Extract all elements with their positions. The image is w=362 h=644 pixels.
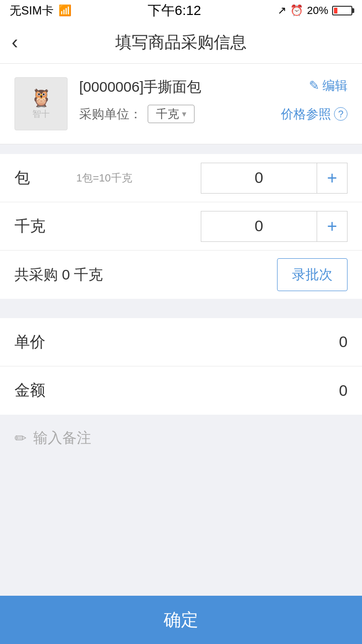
purchase-unit: 采购单位： 千克 ▾ [79,105,195,123]
product-info: [0000006]手撕面包 ✎ 编辑 采购单位： 千克 ▾ 价格参照 ? [79,77,348,123]
sim-text: 无SIM卡 [10,3,54,18]
package-sub-label: 1包=10千克 [76,171,201,185]
product-meta: 采购单位： 千克 ▾ 价格参照 ? [79,105,348,123]
summary-row: 共采购 0 千克 录批次 [0,251,362,299]
purchase-unit-label: 采购单位： [79,106,142,123]
unit-selector[interactable]: 千克 ▾ [148,105,195,123]
edit-button[interactable]: ✎ 编辑 [309,77,348,94]
edit-icon: ✎ [309,78,320,93]
amount-label: 金额 [14,380,45,401]
unit-dropdown-icon: ▾ [182,109,186,119]
brand-text: 智十 [32,108,50,120]
battery-percent: 20% [307,4,328,17]
amount-value: 0 [339,382,348,400]
status-time: 下午6:12 [148,1,201,20]
kilogram-input-control: + [201,211,348,242]
confirm-button[interactable]: 确定 [0,596,362,644]
pencil-icon: ✏ [14,430,27,447]
note-placeholder: 输入备注 [33,428,91,448]
amount-row: 金额 0 [0,366,362,415]
price-ref-label: 价格参照 [281,106,331,123]
unit-price-label: 单价 [14,332,45,353]
kilogram-label: 千克 [14,216,72,237]
product-card: 🦉 智十 [0000006]手撕面包 ✎ 编辑 采购单位： 千克 ▾ 价格参照 … [0,64,362,144]
note-section[interactable]: ✏ 输入备注 [0,415,362,462]
package-label: 包 [14,168,72,189]
unit-price-value: 0 [339,333,348,351]
help-icon: ? [334,107,348,121]
product-image: 🦉 智十 [14,77,68,130]
status-bar: 无SIM卡 📶 下午6:12 ↗ ⏰ 20% [0,0,362,21]
owl-icon: 🦉 [30,88,52,108]
summary-text: 共采购 0 千克 [14,265,103,285]
divider-2 [0,299,362,308]
status-right: ↗ ⏰ 20% [278,4,352,17]
edit-label: 编辑 [322,77,348,94]
package-row: 包 1包=10千克 + [0,154,362,202]
package-input-section: 包 1包=10千克 + 千克 + 共采购 0 千克 录批次 [0,154,362,299]
confirm-label: 确定 [164,608,198,632]
kilogram-plus-button[interactable]: + [317,211,348,242]
status-left: 无SIM卡 📶 [10,3,71,18]
unit-price-row: 单价 0 [0,318,362,366]
alarm-icon: ⏰ [290,4,303,17]
battery-fill [334,8,337,14]
kilogram-row: 千克 + [0,202,362,251]
location-icon: ↗ [278,4,286,17]
wifi-icon: 📶 [58,4,71,17]
divider-1 [0,144,362,154]
batch-button[interactable]: 录批次 [277,258,348,291]
back-button[interactable]: ‹ [12,31,18,53]
empty-area [0,462,362,616]
battery-icon [332,6,352,15]
nav-bar: ‹ 填写商品采购信息 [0,21,362,64]
product-name: [0000006]手撕面包 [79,77,201,97]
kilogram-quantity-input[interactable] [201,211,317,242]
package-plus-button[interactable]: + [317,163,348,194]
product-top-row: [0000006]手撕面包 ✎ 编辑 [79,77,348,105]
page-title: 填写商品采购信息 [115,31,247,54]
price-section: 单价 0 金额 0 [0,318,362,415]
price-ref-button[interactable]: 价格参照 ? [281,106,348,123]
package-input-control: + [201,163,348,194]
package-quantity-input[interactable] [201,163,317,194]
unit-value: 千克 [156,106,179,122]
product-image-inner: 🦉 智十 [30,88,52,120]
